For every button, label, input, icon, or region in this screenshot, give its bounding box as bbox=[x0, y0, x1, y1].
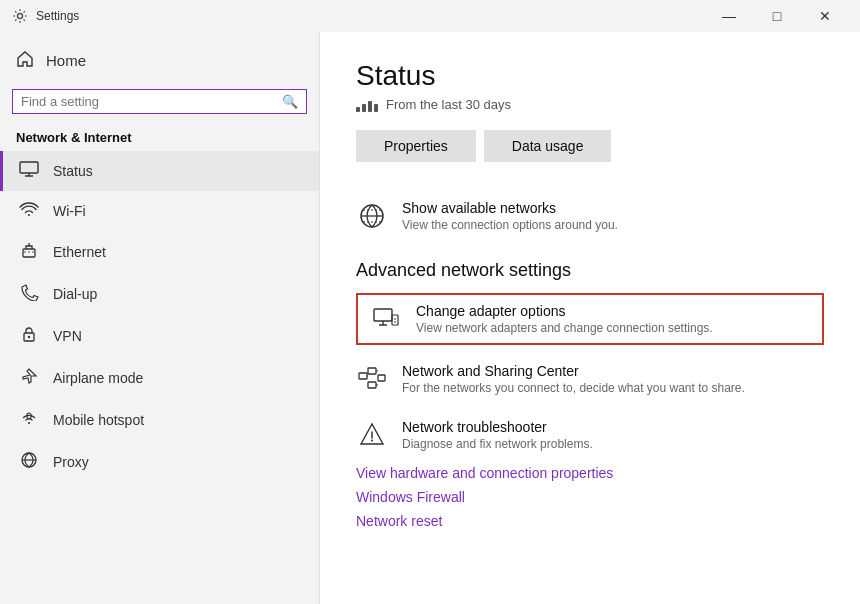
svg-point-14 bbox=[371, 440, 373, 442]
title-bar: Settings — □ ✕ bbox=[0, 0, 860, 32]
hardware-props-link[interactable]: View hardware and connection properties bbox=[356, 465, 824, 481]
search-box[interactable]: 🔍 bbox=[12, 89, 307, 114]
ethernet-icon bbox=[19, 241, 39, 263]
window-controls[interactable]: — □ ✕ bbox=[706, 3, 848, 29]
settings-icon bbox=[12, 8, 28, 24]
troubleshooter-icon bbox=[356, 419, 388, 451]
sidebar-item-status[interactable]: Status bbox=[0, 151, 319, 191]
sidebar-item-airplane[interactable]: Airplane mode bbox=[0, 357, 319, 399]
svg-rect-9 bbox=[392, 315, 398, 325]
hotspot-icon bbox=[19, 409, 39, 431]
svg-rect-10 bbox=[359, 373, 367, 379]
proxy-label: Proxy bbox=[53, 454, 89, 470]
proxy-icon bbox=[19, 451, 39, 473]
svg-rect-2 bbox=[23, 249, 35, 257]
sharing-center-title: Network and Sharing Center bbox=[402, 363, 745, 379]
show-networks-desc: View the connection options around you. bbox=[402, 218, 618, 232]
maximize-button[interactable]: □ bbox=[754, 3, 800, 29]
wifi-label: Wi-Fi bbox=[53, 203, 86, 219]
change-adapter-desc: View network adapters and change connect… bbox=[416, 321, 713, 335]
show-networks-option[interactable]: Show available networks View the connect… bbox=[356, 190, 824, 242]
sidebar-item-vpn[interactable]: VPN bbox=[0, 315, 319, 357]
hotspot-label: Mobile hotspot bbox=[53, 412, 144, 428]
sidebar-item-hotspot[interactable]: Mobile hotspot bbox=[0, 399, 319, 441]
page-title: Status bbox=[356, 60, 824, 92]
show-networks-title: Show available networks bbox=[402, 200, 618, 216]
change-adapter-title: Change adapter options bbox=[416, 303, 713, 319]
sidebar-item-wifi[interactable]: Wi-Fi bbox=[0, 191, 319, 231]
adapter-icon bbox=[370, 303, 402, 335]
svg-point-4 bbox=[28, 336, 30, 338]
sidebar-item-proxy[interactable]: Proxy bbox=[0, 441, 319, 483]
airplane-icon bbox=[19, 367, 39, 389]
wifi-icon bbox=[19, 201, 39, 221]
vpn-icon bbox=[19, 325, 39, 347]
change-adapter-text: Change adapter options View network adap… bbox=[416, 303, 713, 335]
sidebar-item-ethernet[interactable]: Ethernet bbox=[0, 231, 319, 273]
home-label: Home bbox=[46, 52, 86, 69]
ethernet-label: Ethernet bbox=[53, 244, 106, 260]
svg-rect-8 bbox=[374, 309, 392, 321]
app-body: Home 🔍 Network & Internet Status bbox=[0, 32, 860, 604]
svg-point-0 bbox=[18, 14, 23, 19]
subtitle-text: From the last 30 days bbox=[386, 97, 511, 112]
svg-rect-13 bbox=[378, 375, 385, 381]
app-title: Settings bbox=[36, 9, 79, 23]
close-button[interactable]: ✕ bbox=[802, 3, 848, 29]
windows-firewall-link[interactable]: Windows Firewall bbox=[356, 489, 824, 505]
sidebar-home-button[interactable]: Home bbox=[0, 40, 319, 81]
action-buttons: Properties Data usage bbox=[356, 130, 824, 162]
sidebar-item-dialup[interactable]: Dial-up bbox=[0, 273, 319, 315]
properties-button[interactable]: Properties bbox=[356, 130, 476, 162]
main-content: Status From the last 30 days Properties … bbox=[320, 32, 860, 604]
show-networks-text: Show available networks View the connect… bbox=[402, 200, 618, 232]
troubleshooter-title: Network troubleshooter bbox=[402, 419, 593, 435]
airplane-label: Airplane mode bbox=[53, 370, 143, 386]
globe-icon bbox=[356, 200, 388, 232]
svg-rect-1 bbox=[20, 162, 38, 173]
status-label: Status bbox=[53, 163, 93, 179]
minimize-button[interactable]: — bbox=[706, 3, 752, 29]
signal-icon bbox=[356, 96, 378, 112]
svg-rect-12 bbox=[368, 382, 376, 388]
home-icon bbox=[16, 50, 34, 71]
sharing-center-icon bbox=[356, 363, 388, 395]
troubleshooter-option[interactable]: Network troubleshooter Diagnose and fix … bbox=[356, 409, 824, 461]
status-subtitle: From the last 30 days bbox=[356, 96, 824, 112]
svg-rect-11 bbox=[368, 368, 376, 374]
sharing-center-text: Network and Sharing Center For the netwo… bbox=[402, 363, 745, 395]
search-input[interactable] bbox=[21, 94, 282, 109]
sharing-center-option[interactable]: Network and Sharing Center For the netwo… bbox=[356, 353, 824, 405]
status-icon bbox=[19, 161, 39, 181]
vpn-label: VPN bbox=[53, 328, 82, 344]
troubleshooter-desc: Diagnose and fix network problems. bbox=[402, 437, 593, 451]
search-icon: 🔍 bbox=[282, 94, 298, 109]
dialup-icon bbox=[19, 283, 39, 305]
data-usage-button[interactable]: Data usage bbox=[484, 130, 612, 162]
sidebar: Home 🔍 Network & Internet Status bbox=[0, 32, 320, 604]
sidebar-section-title: Network & Internet bbox=[0, 122, 319, 151]
troubleshooter-text: Network troubleshooter Diagnose and fix … bbox=[402, 419, 593, 451]
sharing-center-desc: For the networks you connect to, decide … bbox=[402, 381, 745, 395]
advanced-section-heading: Advanced network settings bbox=[356, 260, 824, 281]
dialup-label: Dial-up bbox=[53, 286, 97, 302]
change-adapter-option[interactable]: Change adapter options View network adap… bbox=[356, 293, 824, 345]
network-reset-link[interactable]: Network reset bbox=[356, 513, 824, 529]
